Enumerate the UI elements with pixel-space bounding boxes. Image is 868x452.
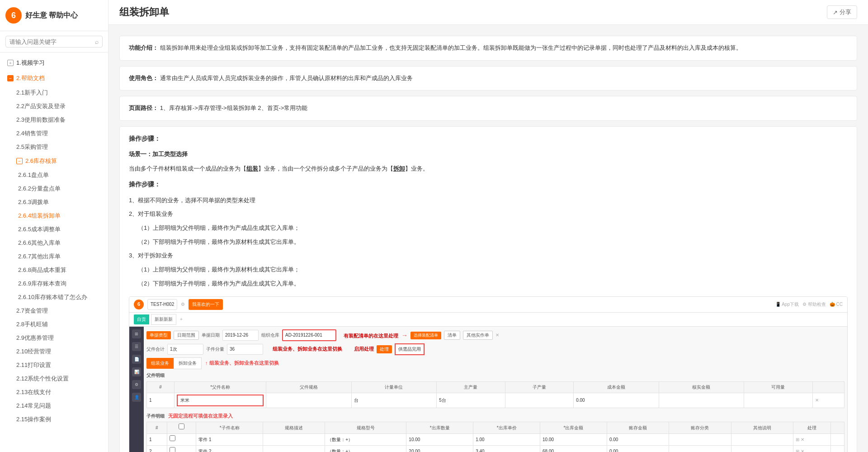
role-text: 通常由生产人员或库管人员完成拆装业务的操作，库管人员确认原材料的出库和产成品的入…	[160, 75, 413, 81]
sim-config-btn[interactable]: 选择装配清单	[410, 332, 441, 339]
child-row-num: 1	[147, 434, 167, 446]
row-checkbox2[interactable]	[170, 447, 175, 452]
annotation1-area: 有装配清单的在这里处理 →	[344, 330, 408, 341]
sim-nav-doc-icon[interactable]: 📄	[132, 355, 141, 364]
sim-confirm-btn[interactable]: 其他实作单	[463, 331, 493, 340]
sidebar-item-2-6-3[interactable]: 2.6.3调拨单	[9, 195, 108, 209]
sim-nav-chart-icon[interactable]: 📊	[132, 367, 141, 376]
row-spec	[266, 393, 352, 408]
path-block: 页面路径： 1、库存核算->库存管理->组装拆卸单 2、首页->常用功能	[119, 96, 857, 121]
sim-ui: 6 TEST-H002 ⚙ 我喜欢的一下 📱 App下载 ⚙ 帮助检查 🎃 CC…	[129, 297, 847, 452]
sidebar-item-2-7[interactable]: 2.7资金管理	[0, 304, 108, 318]
sim-process-btn[interactable]: 处理	[377, 345, 392, 353]
row-delete-icon[interactable]: ✕	[815, 398, 819, 403]
sim-topbar: 6 TEST-H002 ⚙ 我喜欢的一下 📱 App下载 ⚙ 帮助检查 🎃 CC	[129, 297, 847, 313]
col-avail-qty: 可用量	[744, 382, 813, 393]
sim-tab-disassemble[interactable]: 拆卸业务	[174, 357, 202, 369]
row-checkbox[interactable]	[170, 435, 175, 441]
sim-fav-btn[interactable]: 我喜欢的一下	[189, 299, 223, 310]
sidebar-item-2-8[interactable]: 2.8手机旺辅	[0, 318, 108, 331]
expand-icon: +	[7, 60, 14, 66]
child-row-ops-icon[interactable]: ⊞ ✕	[796, 437, 804, 442]
sidebar-item-2-6-4[interactable]: 2.6.4组装拆卸单	[9, 209, 108, 223]
table-row: 1 米米 台 5台 0.00	[147, 393, 844, 408]
sim-date-input[interactable]: 2019-12-26	[222, 330, 259, 341]
step1-text: 1、根据不同的业务，选择不同单据的类型来处理	[129, 195, 848, 206]
sidebar-item-2-15[interactable]: 2.15操作案例	[0, 413, 108, 426]
sim-nav-home-icon[interactable]: ⊞	[132, 329, 141, 338]
sidebar-item-2-2[interactable]: 2.2产品安装及登录	[0, 100, 108, 113]
col-actual-amt: 核实金额	[659, 382, 744, 393]
sim-tab-assemble[interactable]: 组装业务	[146, 358, 174, 369]
sim-child-header: 子件明细 无固定流程可填值在这里录入	[146, 412, 844, 421]
search-area: ⌕	[0, 31, 108, 52]
sim-child-qty[interactable]: 36	[227, 344, 263, 355]
sim-child-table-header: # *子件名称 规格描述 规格型号 *出库数量 *出库单价 *出库金额 账存金	[147, 422, 844, 434]
sim-more-btn[interactable]: 清单	[444, 331, 460, 340]
sim-left-nav: ⊞ ☰ 📄 📊 ⚙ 👤	[129, 327, 144, 452]
step2-sub2-text: （2）下部明细为子件明细，最终作为原材料生成其它出库单。	[129, 237, 848, 248]
path-label: 页面路径：	[129, 105, 158, 111]
sim-parent-table-header: # *父件名称 父件规格 计量单位 主产量 子产量 成本金额 核实金额 可用量	[147, 382, 844, 393]
sidebar-item-2-9[interactable]: 2.9优惠券管理	[0, 331, 108, 345]
sidebar-item-2-6-10[interactable]: 2.6.10库存账本错了怎么办	[9, 290, 108, 304]
parent-name-input[interactable]: 米米	[177, 395, 264, 406]
search-icon[interactable]: ⌕	[95, 38, 99, 45]
row-actual	[659, 393, 744, 408]
sidebar-item-2-14[interactable]: 2.14常见问题	[0, 399, 108, 413]
sim-address: TEST-H002	[147, 299, 177, 310]
sidebar-item-2-1[interactable]: 2.1新手入门	[0, 86, 108, 100]
sidebar-item-2-6-2[interactable]: 2.6.2分量盘点单	[9, 182, 108, 195]
sidebar-item-2-6-9[interactable]: 2.6.9库存账本查询	[9, 277, 108, 290]
sidebar-item-docs[interactable]: − 2.帮助文档	[0, 71, 108, 86]
sidebar-item-2-6-8[interactable]: 2.6.8商品成本重算	[9, 263, 108, 277]
sim-tab-inactive[interactable]: 新新新新	[151, 314, 176, 325]
sim-parent-table: # *父件名称 父件规格 计量单位 主产量 子产量 成本金额 核实金额 可用量	[146, 381, 844, 408]
sim-parent-total[interactable]: 1次	[167, 344, 203, 355]
share-button[interactable]: ↗ 分享	[827, 5, 857, 19]
annotation3-arrow: ↑ 组装业务、拆卸业务在这里切换	[205, 359, 279, 368]
sidebar-item-2-6[interactable]: − 2.6库存核算	[0, 154, 108, 168]
sidebar-item-video[interactable]: + 1.视频学习	[0, 55, 108, 71]
sim-nav-list-icon[interactable]: ☰	[132, 342, 141, 351]
sim-process-input[interactable]: 供需品完用	[395, 343, 425, 355]
table-row: 2 零件 2 （数量：+） 20.00 3.40 68.00 0.00	[147, 446, 844, 452]
sidebar-item-2-3[interactable]: 2.3使用前数据准备	[0, 113, 108, 127]
sim-nav-user-icon[interactable]: 👤	[132, 393, 141, 402]
sim-form-area: 单据类型 日期范围 单据日期 2019-12-26 组织仓库 AD-201912…	[144, 327, 847, 452]
sim-save-btn[interactable]: 单据类型	[146, 331, 171, 339]
child-col-out-amt: *出库金额	[540, 422, 607, 434]
sidebar-item-2-5[interactable]: 2.5采购管理	[0, 140, 108, 154]
search-input[interactable]	[9, 38, 95, 45]
sim-org-input[interactable]: AD-20191226-001	[282, 329, 336, 341]
sidebar-item-2-6-5[interactable]: 2.6.5成本调整单	[9, 223, 108, 236]
select-all-checkbox[interactable]	[179, 423, 184, 429]
sidebar-item-2-11[interactable]: 2.11打印设置	[0, 358, 108, 372]
annotation4-text: 启用处理	[354, 346, 374, 352]
feature-intro-block: 功能介绍： 组装拆卸单用来处理企业组装或拆卸等加工业务，支持有固定装配清单的产品…	[119, 36, 857, 61]
sidebar-item-2-4[interactable]: 2.4销售管理	[0, 127, 108, 140]
sim-second-nav: 自贡 新新新新 +	[129, 313, 847, 327]
search-box: ⌕	[5, 36, 103, 48]
child-row-cb	[167, 434, 196, 446]
row-main-qty: 5台	[437, 393, 505, 408]
sidebar-item-2-10[interactable]: 2.10经营管理	[0, 345, 108, 358]
role-label: 使用角色：	[129, 75, 158, 81]
child-col-spec: 规格描述	[263, 422, 325, 434]
sim-child-table: # *子件名称 规格描述 规格型号 *出库数量 *出库单价 *出库金额 账存金	[146, 422, 844, 452]
child-row2-ops-icon[interactable]: ⊞ ✕	[796, 449, 804, 452]
sidebar-item-2-6-6[interactable]: 2.6.6其他入库单	[9, 236, 108, 250]
sim-tab-active[interactable]: 自贡	[134, 314, 149, 324]
sim-content: ⊞ ☰ 📄 📊 ⚙ 👤 单据类型 日期范围	[129, 327, 847, 452]
ops-block: 操作步骤： 场景一：加工类型选择 当由多个子件材料组装成一个成品的业务为【组装】…	[119, 126, 857, 452]
sidebar: 6 好生意 帮助中心 ⌕ + 1.视频学习 − 2.帮助文档 2.1新手入门 2…	[0, 0, 108, 452]
sidebar-item-2-6-1[interactable]: 2.6.1盘点单	[9, 168, 108, 182]
sidebar-item-2-6-7[interactable]: 2.6.7其他出库单	[9, 250, 108, 263]
sidebar-item-2-13[interactable]: 2.13在线支付	[0, 385, 108, 399]
sim-cancel-btn[interactable]: 日期范围	[174, 331, 199, 340]
sim-action-row: 单据类型 日期范围 单据日期 2019-12-26 组织仓库 AD-201912…	[146, 329, 844, 341]
row-cost: 0.00	[574, 393, 659, 408]
sim-nav-settings-icon[interactable]: ⚙	[132, 380, 141, 389]
sidebar-item-2-12[interactable]: 2.12系统个性化设置	[0, 372, 108, 385]
child-col-checkbox	[167, 422, 196, 434]
